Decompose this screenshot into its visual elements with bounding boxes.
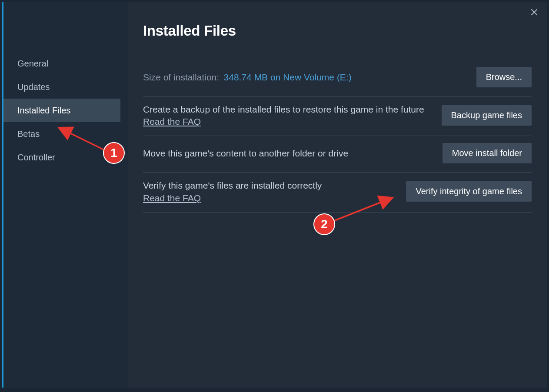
sidebar: General Updates Installed Files Betas Co… (2, 2, 128, 388)
move-section: Move this game's content to another fold… (143, 136, 532, 173)
properties-dialog: General Updates Installed Files Betas Co… (2, 2, 547, 388)
backup-button[interactable]: Backup game files (442, 105, 532, 126)
close-button[interactable] (529, 8, 539, 18)
verify-section: Verify this game's files are installed c… (143, 173, 532, 212)
sidebar-item-controller[interactable]: Controller (3, 146, 128, 169)
move-description: Move this game's content to another fold… (143, 147, 429, 159)
size-value: 348.74 MB on New Volume (E:) (224, 72, 352, 82)
main-panel: Installed Files Size of installation: 34… (128, 2, 547, 388)
move-button[interactable]: Move install folder (443, 143, 532, 163)
sidebar-item-general[interactable]: General (3, 52, 128, 75)
verify-description: Verify this game's files are installed c… (143, 179, 393, 192)
browse-button[interactable]: Browse... (476, 67, 532, 87)
close-icon (530, 8, 539, 18)
sidebar-item-betas[interactable]: Betas (3, 122, 128, 146)
size-section: Size of installation: 348.74 MB on New V… (143, 60, 532, 96)
page-title: Installed Files (143, 23, 532, 39)
sidebar-item-updates[interactable]: Updates (3, 75, 128, 99)
verify-button[interactable]: Verify integrity of game files (406, 181, 532, 202)
backup-section: Create a backup of the installed files t… (143, 96, 532, 136)
verify-faq-link[interactable]: Read the FAQ (143, 193, 201, 203)
backup-description: Create a backup of the installed files t… (143, 103, 429, 116)
sidebar-item-installed-files[interactable]: Installed Files (3, 99, 120, 122)
backup-faq-link[interactable]: Read the FAQ (143, 116, 201, 127)
size-label: Size of installation: (143, 72, 219, 82)
